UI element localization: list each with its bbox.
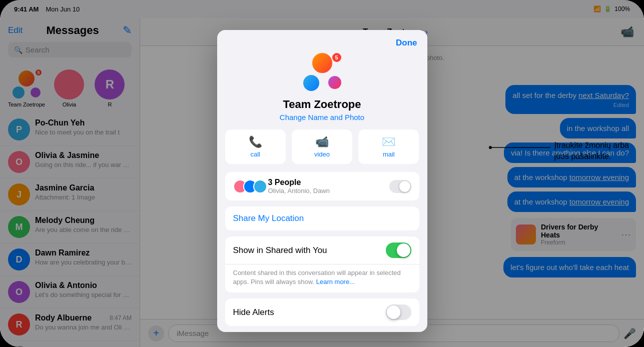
show-in-shared-label: Show in Shared with You bbox=[233, 246, 386, 256]
mail-label: mail bbox=[383, 150, 395, 158]
people-avatars bbox=[233, 180, 263, 194]
change-name-photo-link[interactable]: Change Name and Photo bbox=[217, 113, 427, 130]
share-location-label: Share My Location bbox=[233, 214, 304, 223]
mail-icon: ✉️ bbox=[382, 136, 395, 148]
modal-actions: 📞 call 📹 video ✉️ mail bbox=[217, 130, 427, 172]
group-av-2 bbox=[302, 74, 320, 92]
video-action-button[interactable]: 📹 video bbox=[292, 130, 352, 164]
show-in-shared-section: Show in Shared with You Content shared i… bbox=[225, 236, 419, 292]
group-badge: 5 bbox=[331, 52, 342, 63]
people-row[interactable]: 3 People Olivia, Antonio, Dawn bbox=[225, 172, 419, 200]
hide-alerts-row: Hide Alerts bbox=[225, 298, 419, 326]
modal-group-name: Team Zoetrope bbox=[217, 98, 427, 113]
modal-group-avatar: 5 bbox=[217, 48, 427, 98]
modal-sheet: Done 5 Team Zoetrope Change Name and Pho… bbox=[217, 30, 427, 332]
group-av-3 bbox=[327, 75, 342, 90]
video-icon: 📹 bbox=[315, 136, 329, 148]
people-count: 3 People bbox=[268, 178, 389, 187]
share-location-row[interactable]: Share My Location bbox=[225, 206, 419, 230]
annotation-line bbox=[490, 140, 550, 155]
people-av-3 bbox=[253, 180, 267, 194]
call-action-button[interactable]: 📞 call bbox=[225, 130, 286, 164]
mail-action-button[interactable]: ✉️ mail bbox=[358, 130, 419, 164]
ipad-frame: 9:41 AM Mon Jun 10 📶 🔋 100% Edit Message… bbox=[0, 0, 644, 347]
done-button[interactable]: Done bbox=[396, 38, 417, 48]
svg-point-1 bbox=[489, 146, 492, 149]
people-names: Olivia, Antonio, Dawn bbox=[268, 187, 389, 194]
call-label: call bbox=[250, 150, 260, 158]
annotation-text: Įtraukite žmonių arbajuos pašalinkite. bbox=[554, 140, 629, 162]
group-av-1 bbox=[311, 52, 333, 74]
video-label: video bbox=[314, 150, 330, 158]
hide-alerts-label: Hide Alerts bbox=[233, 308, 386, 318]
modal-people-section: 3 People Olivia, Antonio, Dawn bbox=[225, 172, 419, 200]
modal-header: Done bbox=[217, 30, 427, 48]
show-in-shared-description: Content shared in this conversation will… bbox=[225, 264, 419, 292]
call-icon: 📞 bbox=[249, 136, 262, 148]
show-in-shared-toggle[interactable] bbox=[386, 242, 411, 258]
people-info: 3 People Olivia, Antonio, Dawn bbox=[268, 178, 389, 194]
group-avatar-stack: 5 bbox=[302, 52, 342, 92]
learn-more-link[interactable]: Learn more... bbox=[316, 278, 355, 286]
hide-alerts-toggle[interactable] bbox=[386, 304, 411, 320]
people-expand-toggle[interactable] bbox=[389, 180, 411, 193]
modal-overlay: Done 5 Team Zoetrope Change Name and Pho… bbox=[0, 0, 644, 347]
annotation-callout: Įtraukite žmonių arbajuos pašalinkite. bbox=[490, 140, 629, 162]
show-in-shared-row: Show in Shared with You bbox=[225, 236, 419, 264]
